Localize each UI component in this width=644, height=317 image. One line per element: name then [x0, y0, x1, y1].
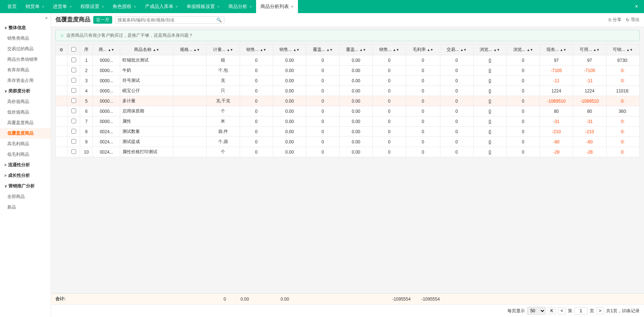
view-link[interactable]: 0: [489, 99, 491, 104]
sellable-col-header[interactable]: 可销... ▲▼: [606, 44, 639, 55]
table-row: 100024...属性价格打印测试个00.0000.0000000-28-280…: [56, 147, 640, 157]
prev-page-button[interactable]: <: [558, 307, 566, 314]
sidebar-item-high-margin[interactable]: 高毛利商品: [0, 139, 51, 149]
sidebar-section-cluster[interactable]: ∨ 类群度分析: [0, 86, 51, 96]
nav-item-template-settings[interactable]: 单据模板设置×: [182, 0, 224, 13]
nav-item-finished-goods[interactable]: 产成品入库单×: [141, 0, 182, 13]
table-wrapper: ⚙ 序 商... ▲▼ 商品名称 ▲▼ 规格... ▲▼ 计量... ▲▼ 销售…: [51, 44, 644, 293]
table-cell: [173, 137, 207, 147]
sidebar-item-all-products[interactable]: 全部商品: [0, 191, 51, 202]
view-link[interactable]: 0: [489, 68, 491, 73]
table-cell: 克: [207, 76, 240, 86]
page-number-input[interactable]: [574, 307, 588, 314]
row-checkbox[interactable]: [71, 88, 76, 93]
row-checkbox[interactable]: [71, 108, 76, 113]
sidebar-item-sales-products[interactable]: 销售类商品: [0, 33, 51, 44]
table-row: 10000...旺铺批次测试箱00.0000.000000097978730:: [56, 55, 640, 66]
view-link[interactable]: 0: [489, 88, 491, 94]
sidebar-section-growth[interactable]: > 成长性分析: [0, 170, 51, 181]
sales-amount-col-header[interactable]: 销售... ▲▼: [273, 44, 306, 55]
close-icon[interactable]: ×: [250, 4, 252, 9]
window-close-button[interactable]: ×: [632, 3, 641, 10]
select-all-checkbox[interactable]: [71, 47, 76, 52]
current-col-header[interactable]: 现有... ▲▼: [540, 44, 573, 55]
table-cell: 只: [207, 86, 240, 96]
close-icon[interactable]: ×: [217, 4, 219, 9]
close-icon[interactable]: ×: [69, 4, 71, 9]
settings-col-header[interactable]: ⚙: [56, 44, 67, 55]
nav-item-roles[interactable]: 角色授权×: [108, 0, 140, 13]
sidebar-item-category-turnover[interactable]: 商品分类动销率: [0, 54, 51, 65]
close-icon[interactable]: ×: [134, 4, 136, 9]
row-checkbox[interactable]: [71, 139, 76, 144]
table-cell: 0: [440, 127, 473, 137]
close-icon[interactable]: ×: [176, 4, 178, 9]
sidebar-item-new-products[interactable]: 新品: [0, 202, 51, 213]
row-checkbox[interactable]: [71, 78, 76, 83]
table-cell: [56, 76, 67, 86]
table-cell: [56, 137, 67, 147]
time-filter-button[interactable]: 近一月: [93, 16, 112, 24]
close-icon[interactable]: ×: [102, 4, 104, 9]
code-col-header[interactable]: 商... ▲▼: [93, 44, 120, 55]
coverage1-col-header[interactable]: 覆盖... ▲▼: [306, 44, 339, 55]
view-link[interactable]: 0: [489, 78, 491, 83]
share-button[interactable]: ⎘ 分享: [609, 17, 621, 23]
sidebar-section-marketing[interactable]: ∨ 营销推广分析: [0, 181, 51, 191]
view-link[interactable]: 0: [489, 119, 491, 124]
export-button[interactable]: ↻ 导出: [626, 17, 640, 23]
spec-col-header[interactable]: 规格... ▲▼: [173, 44, 207, 55]
table-cell: 0: [373, 66, 406, 76]
sidebar-item-traded-products[interactable]: 交易过的商品: [0, 44, 51, 54]
sales3-col-header[interactable]: 销售... ▲▼: [373, 44, 406, 55]
row-checkbox[interactable]: [71, 58, 76, 62]
view-link[interactable]: 0: [489, 139, 491, 144]
table-cell: 0: [240, 116, 273, 127]
sidebar-collapse-button[interactable]: «: [0, 13, 51, 23]
table-row: 30000...符号测试克00.0000.0000000-11-110:: [56, 76, 640, 86]
table-cell: 80: [540, 106, 573, 116]
table-cell: 0: [440, 116, 473, 127]
sidebar-section-overall[interactable]: ∨ 整体信息: [0, 23, 51, 33]
gross-rate-col-header[interactable]: 毛利率 ▲▼: [406, 44, 440, 55]
next-page-button[interactable]: >: [596, 307, 604, 314]
row-checkbox[interactable]: [71, 149, 76, 154]
sidebar-item-low-value[interactable]: 低价值商品: [0, 107, 51, 118]
sidebar-item-low-margin[interactable]: 低毛利商品: [0, 149, 51, 160]
close-icon[interactable]: ×: [291, 4, 293, 9]
view-link[interactable]: 0: [489, 109, 491, 114]
close-icon[interactable]: ×: [42, 4, 44, 9]
sidebar-item-inventory-capital[interactable]: 库存资金占用: [0, 75, 51, 86]
search-icon[interactable]: 🔍: [216, 17, 222, 23]
nav-item-sales[interactable]: 销货单×: [21, 0, 48, 13]
nav-item-product-analysis[interactable]: 商品分析×: [224, 0, 256, 13]
unit-col-header[interactable]: 计量... ▲▼: [207, 44, 240, 55]
first-page-button[interactable]: K: [548, 307, 556, 314]
view-link[interactable]: 0: [489, 58, 491, 63]
sidebar-item-inventory-products[interactable]: 有库存商品: [0, 65, 51, 75]
row-checkbox[interactable]: [71, 68, 76, 72]
nav-item-home[interactable]: 首页: [3, 0, 21, 13]
row-checkbox[interactable]: [71, 129, 76, 134]
view1-col-header[interactable]: 浏览... ▲▼: [473, 44, 506, 55]
sidebar-item-high-value[interactable]: 高价值商品: [0, 96, 51, 107]
view-link[interactable]: 0: [489, 150, 491, 155]
row-checkbox[interactable]: [71, 98, 76, 103]
sidebar-item-low-coverage[interactable]: 低覆盖度商品: [0, 128, 51, 139]
view-link[interactable]: 0: [489, 129, 491, 134]
nav-item-product-analysis-list[interactable]: 商品分析列表×: [256, 0, 298, 13]
nav-item-purchase[interactable]: 进货单×: [48, 0, 76, 13]
page-size-select[interactable]: 50 100 200: [527, 307, 546, 315]
nav-item-permissions[interactable]: 权限设置×: [76, 0, 108, 13]
available-col-header[interactable]: 可用... ▲▼: [573, 44, 606, 55]
trade-col-header[interactable]: 交易... ▲▼: [440, 44, 473, 55]
sidebar-section-circulation[interactable]: > 流通性分析: [0, 160, 51, 170]
view2-col-header[interactable]: 浏览... ▲▼: [507, 44, 540, 55]
row-checkbox[interactable]: [71, 119, 76, 123]
sales-qty-col-header[interactable]: 销售... ▲▼: [240, 44, 273, 55]
sidebar-item-high-coverage[interactable]: 高覆盖度商品: [0, 118, 51, 128]
coverage2-col-header[interactable]: 覆盖... ▲▼: [339, 44, 373, 55]
name-col-header[interactable]: 商品名称 ▲▼: [120, 44, 173, 55]
search-input[interactable]: [118, 17, 216, 23]
table-row: 20000...牛奶个,包00.0000.0000000-7105-71050:: [56, 66, 640, 76]
